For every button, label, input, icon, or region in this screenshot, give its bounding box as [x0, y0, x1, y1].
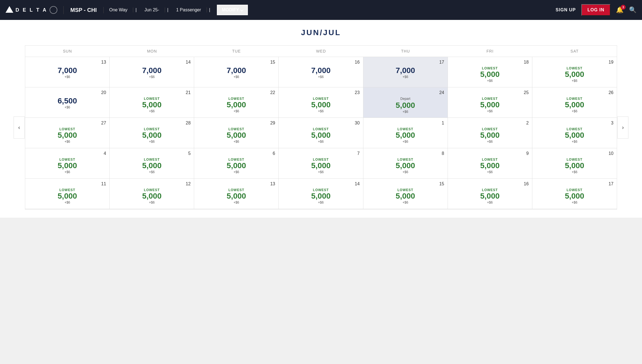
- calendar-cell[interactable]: 8LOWEST5,000+$6: [363, 148, 448, 179]
- chevron-down-icon: [240, 8, 243, 11]
- price-miles: 5,000: [451, 131, 529, 140]
- calendar-cell[interactable]: 7LOWEST5,000+$6: [279, 148, 363, 179]
- price-miles: 5,000: [282, 162, 359, 170]
- calendar-cell[interactable]: 4LOWEST5,000+$6: [25, 148, 110, 179]
- lowest-label: LOWEST: [29, 158, 106, 162]
- price-cash: +$6: [536, 201, 613, 204]
- delta-triangle-icon: [6, 6, 13, 14]
- calendar-cell[interactable]: 27LOWEST5,000+$6: [25, 118, 110, 148]
- lowest-label: LOWEST: [113, 97, 191, 101]
- price-cash: +$6: [451, 109, 529, 113]
- price-miles: 5,000: [367, 131, 444, 140]
- login-button[interactable]: LOG IN: [581, 4, 610, 16]
- date-display[interactable]: Jun 25-: [139, 7, 165, 12]
- date-number: 23: [282, 90, 359, 95]
- calendar-cell[interactable]: 24Depart5,000+$6: [363, 87, 448, 118]
- price-cash: +$6: [29, 105, 106, 109]
- main-content: JUN/JUL ‹ › SUNMONTUEWEDTHUFRISAT 137,00…: [0, 20, 642, 218]
- calendar-cell[interactable]: 11LOWEST5,000+$6: [25, 179, 110, 209]
- price-cash: +$6: [113, 201, 191, 204]
- trip-type-display[interactable]: One Way: [104, 7, 133, 12]
- calendar-cell[interactable]: 26LOWEST5,000+$6: [532, 87, 617, 118]
- date-number: 11: [29, 181, 106, 186]
- calendar-cell[interactable]: 19LOWEST5,000+$6: [532, 57, 617, 87]
- modify-label: MODIFY: [222, 7, 239, 12]
- signup-button[interactable]: SIGN UP: [556, 7, 576, 12]
- date-number: 17: [367, 60, 444, 65]
- price-miles: 5,000: [29, 131, 106, 140]
- calendar-cell[interactable]: 16LOWEST5,000+$6: [448, 179, 532, 209]
- modify-button[interactable]: MODIFY: [217, 5, 248, 15]
- calendar-cell[interactable]: 2LOWEST5,000+$6: [448, 118, 532, 148]
- date-number: 14: [113, 60, 191, 65]
- price-miles: 5,000: [282, 131, 359, 140]
- notification-badge: 3: [621, 5, 626, 10]
- calendar-cell[interactable]: 5LOWEST5,000+$6: [110, 148, 194, 179]
- day-headers-row: SUNMONTUEWEDTHUFRISAT: [25, 46, 617, 57]
- app-header: D E L T A MSP - CHI One Way | Jun 25- | …: [0, 0, 642, 20]
- calendar-cell[interactable]: 30LOWEST5,000+$6: [279, 118, 363, 148]
- calendar-cell[interactable]: 29LOWEST5,000+$6: [194, 118, 279, 148]
- date-number: 8: [367, 151, 444, 156]
- calendar-cell[interactable]: 12LOWEST5,000+$6: [110, 179, 194, 209]
- price-miles: 5,000: [536, 70, 613, 79]
- price-cash: +$6: [536, 170, 613, 174]
- date-number: 10: [536, 151, 613, 156]
- calendar-cell[interactable]: 21LOWEST5,000+$6: [110, 87, 194, 118]
- date-number: 5: [113, 151, 191, 156]
- lowest-label: LOWEST: [197, 127, 275, 131]
- calendar-cell[interactable]: 15LOWEST5,000+$6: [363, 179, 448, 209]
- calendar-cell[interactable]: 206,500+$6: [25, 87, 110, 118]
- calendar-cell[interactable]: 22LOWEST5,000+$6: [194, 87, 279, 118]
- price-miles: 5,000: [367, 101, 444, 110]
- notifications-bell[interactable]: 🔔 3: [616, 6, 623, 14]
- calendar-cell[interactable]: 1LOWEST5,000+$6: [363, 118, 448, 148]
- passengers-display[interactable]: 1 Passenger: [171, 7, 207, 12]
- calendar-cell[interactable]: 17LOWEST5,000+$6: [532, 179, 617, 209]
- day-header-sat: SAT: [532, 46, 617, 57]
- day-header-sun: SUN: [25, 46, 110, 57]
- calendar-cell[interactable]: 14LOWEST5,000+$6: [279, 179, 363, 209]
- day-header-mon: MON: [110, 46, 194, 57]
- calendar-cell[interactable]: 157,000+$6: [194, 57, 279, 87]
- lowest-label: LOWEST: [113, 158, 191, 162]
- date-number: 4: [29, 151, 106, 156]
- price-cash: +$6: [367, 75, 444, 79]
- calendar-cell[interactable]: 28LOWEST5,000+$6: [110, 118, 194, 148]
- calendar-cell[interactable]: 137,000+$6: [25, 57, 110, 87]
- calendar-cell[interactable]: 177,000+$6: [363, 57, 448, 87]
- price-miles: 5,000: [536, 131, 613, 140]
- calendar-wrapper: ‹ › SUNMONTUEWEDTHUFRISAT 137,000+$6147,…: [25, 45, 617, 209]
- price-miles: 5,000: [451, 162, 529, 170]
- date-number: 2: [451, 121, 529, 126]
- date-number: 22: [197, 90, 275, 95]
- date-number: 9: [451, 151, 529, 156]
- calendar-cell[interactable]: 10LOWEST5,000+$6: [532, 148, 617, 179]
- price-miles: 5,000: [451, 101, 529, 109]
- calendar-cell[interactable]: 3LOWEST5,000+$6: [532, 118, 617, 148]
- price-cash: +$6: [197, 75, 275, 79]
- lowest-label: LOWEST: [536, 188, 613, 192]
- date-number: 21: [113, 90, 191, 95]
- search-icon[interactable]: 🔍: [629, 6, 636, 14]
- calendar-cell[interactable]: 167,000+$6: [279, 57, 363, 87]
- price-cash: +$6: [113, 140, 191, 144]
- date-number: 17: [536, 181, 613, 186]
- lowest-label: LOWEST: [367, 127, 444, 131]
- prev-month-button[interactable]: ‹: [14, 116, 25, 139]
- date-number: 15: [197, 60, 275, 65]
- calendar-cell[interactable]: 25LOWEST5,000+$6: [448, 87, 532, 118]
- calendar-cell[interactable]: 6LOWEST5,000+$6: [194, 148, 279, 179]
- lowest-label: LOWEST: [451, 66, 529, 70]
- calendar-cell[interactable]: 147,000+$6: [110, 57, 194, 87]
- price-cash: +$6: [197, 140, 275, 144]
- divider-1: |: [133, 7, 139, 12]
- next-month-button[interactable]: ›: [617, 116, 628, 139]
- calendar-cell[interactable]: 23LOWEST5,000+$6: [279, 87, 363, 118]
- price-miles: 5,000: [282, 101, 359, 109]
- calendar-cell[interactable]: 18LOWEST5,000+$6: [448, 57, 532, 87]
- calendar-cell[interactable]: 9LOWEST5,000+$6: [448, 148, 532, 179]
- price-miles: 7,000: [113, 66, 191, 75]
- delta-logo[interactable]: D E L T A: [6, 6, 64, 14]
- calendar-cell[interactable]: 13LOWEST5,000+$6: [194, 179, 279, 209]
